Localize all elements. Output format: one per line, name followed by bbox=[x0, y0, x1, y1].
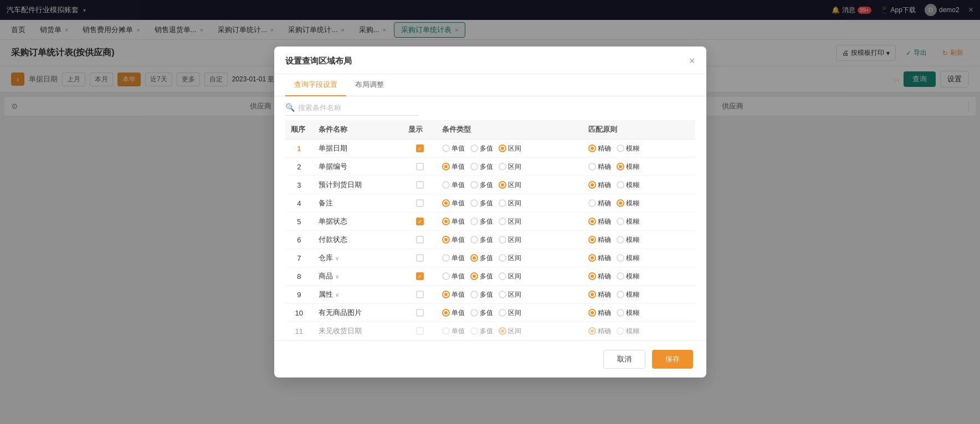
th-type: 条件类型 bbox=[437, 120, 583, 121]
modal-header: 设置查询区域布局 × bbox=[274, 46, 706, 74]
modal-search-area: 🔍 bbox=[274, 96, 706, 120]
tab-query-fields-label: 查询字段设置 bbox=[294, 80, 337, 89]
search-input[interactable] bbox=[298, 104, 418, 112]
tab-layout[interactable]: 布局调整 bbox=[346, 74, 393, 96]
table-header-row: 顺序 条件名称 显示 条件类型 匹配原则 bbox=[285, 120, 695, 121]
th-match: 匹配原则 bbox=[583, 120, 695, 121]
modal-dialog: 设置查询区域布局 × 查询字段设置 布局调整 🔍 顺序 bbox=[274, 46, 706, 121]
search-box: 🔍 bbox=[285, 103, 418, 116]
th-display: 显示 bbox=[403, 120, 437, 121]
modal-tabs: 查询字段设置 布局调整 bbox=[274, 74, 706, 96]
modal-title: 设置查询区域布局 bbox=[285, 56, 352, 66]
tab-layout-label: 布局调整 bbox=[355, 80, 384, 89]
th-order: 顺序 bbox=[285, 120, 314, 121]
search-icon: 🔍 bbox=[285, 103, 295, 112]
tab-query-fields[interactable]: 查询字段设置 bbox=[285, 74, 346, 96]
th-name: 条件名称 bbox=[313, 120, 403, 121]
modal-table-wrap: 顺序 条件名称 显示 条件类型 匹配原则 1单据日期✓单值多值区间精确模糊2单据… bbox=[274, 120, 706, 121]
modal-table: 顺序 条件名称 显示 条件类型 匹配原则 1单据日期✓单值多值区间精确模糊2单据… bbox=[285, 120, 695, 121]
modal-close-button[interactable]: × bbox=[689, 55, 695, 67]
modal-overlay: 设置查询区域布局 × 查询字段设置 布局调整 🔍 顺序 bbox=[0, 0, 980, 121]
